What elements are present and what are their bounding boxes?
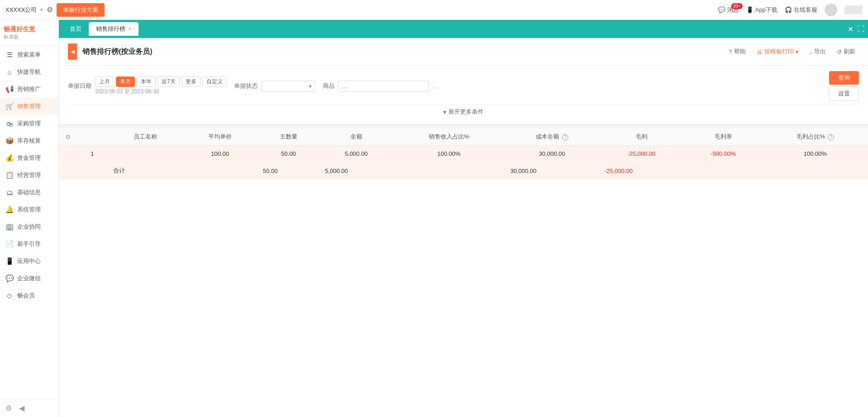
sidebar-item-label: 资金管理: [17, 154, 41, 162]
tab-bar: 首页 销售排行榜 × ✕ ⛶: [59, 20, 868, 38]
date-btn-custom[interactable]: 自定义: [202, 77, 227, 87]
print-icon: 🖨: [757, 48, 762, 55]
app-download-btn[interactable]: 📱 App下载: [746, 6, 777, 14]
company-name: XXXXX公司: [5, 6, 37, 14]
sidebar-item-marketing[interactable]: 📢 营销推广: [0, 81, 58, 98]
sidebar-item-label: 营销推广: [17, 85, 41, 93]
notification-area[interactable]: 💬 99+ 消息: [718, 6, 739, 14]
page-content: ◀ 销售排行榜(按业务员) ? 帮助 🖨 按模板打印 ▾: [59, 38, 868, 417]
sidebar-item-search[interactable]: ☰ 搜索菜单: [0, 46, 58, 63]
window-close-btn[interactable]: ✕: [848, 25, 854, 34]
sidebar-item-finance[interactable]: 💰 资金管理: [0, 149, 58, 167]
row-sales-ratio-cell: 100.00%: [393, 146, 505, 162]
date-btn-last-month[interactable]: 上月: [95, 77, 114, 87]
top-bar-right: 💬 99+ 消息 📱 App下载 🎧 在线客服: [718, 4, 863, 16]
goods-more-btn[interactable]: ...: [432, 83, 437, 90]
sidebar-item-purchase[interactable]: 🛍 采购管理: [0, 115, 58, 132]
sidebar: 畅通好生意 标准版 ☰ 搜索菜单 ⌂ 快捷导航 📢 营销推广 🛒 销售管理 🛍: [0, 20, 59, 417]
sidebar-item-enterprise[interactable]: 🏢 企业协同: [0, 218, 58, 235]
table-area: ⚙ 员工名称 平均单价 主数量 全额 销售收入占比% 成本全额 ?: [59, 128, 868, 417]
tab-close-icon[interactable]: ×: [128, 26, 131, 32]
cost-info-icon[interactable]: ?: [562, 134, 568, 140]
date-btn-more[interactable]: 更多: [182, 77, 201, 87]
sidebar-item-system[interactable]: 🔔 系统管理: [0, 201, 58, 218]
refresh-icon: ↺: [837, 48, 842, 55]
settings-icon[interactable]: ⚙: [5, 404, 12, 412]
tab-bar-right: ✕ ⛶: [848, 25, 864, 34]
settings-btn[interactable]: 设置: [829, 86, 859, 101]
sidebar-item-label: 销售管理: [17, 102, 41, 110]
sidebar-item-quick-nav[interactable]: ⌂ 快捷导航: [0, 63, 58, 81]
sidebar-item-basic[interactable]: 🗂 基础信息: [0, 184, 58, 201]
footer-cost-cell: 30,000.00: [505, 162, 599, 180]
company-dropdown-icon[interactable]: ▾: [40, 7, 43, 13]
col-avg-price-header: 平均单价: [182, 128, 257, 146]
top-gear-icon[interactable]: ⚙: [47, 5, 53, 14]
logo-sub: 标准版: [4, 34, 55, 40]
window-expand-btn[interactable]: ⛶: [857, 25, 864, 34]
expand-down-icon: ▾: [443, 109, 446, 115]
online-service-btn[interactable]: 🎧 在线客服: [785, 6, 817, 14]
sidebar-item-apps[interactable]: 📱 应用中心: [0, 253, 58, 270]
expand-more-btn[interactable]: ▾ 展开更多条件: [68, 105, 859, 119]
export-label: 导出: [814, 48, 826, 56]
table-row: 1 100.00 50.00 5,000.00 100.00% 30,000.0…: [59, 146, 868, 162]
help-btn[interactable]: ? 帮助: [725, 46, 749, 58]
sidebar-item-label: 基础信息: [17, 188, 41, 197]
tab-sales-rank[interactable]: 销售排行榜 ×: [89, 22, 139, 36]
sidebar-item-sales[interactable]: 🛒 销售管理: [0, 98, 58, 115]
date-btn-this-year[interactable]: 本年: [137, 77, 156, 87]
app-download-label: App下载: [755, 6, 777, 14]
footer-avg-price-cell: [182, 162, 257, 180]
help-icon: ?: [729, 48, 732, 55]
export-btn[interactable]: ↓ 导出: [806, 46, 830, 58]
filter-collapse-btn[interactable]: ◀: [68, 43, 77, 60]
avatar[interactable]: [825, 4, 837, 16]
notification-icon: 💬: [718, 6, 725, 13]
sidebar-item-wechat[interactable]: 💬 企业微信: [0, 270, 58, 287]
top-bar-left: XXXXX公司 ▾ ⚙ 体验行业方案: [5, 3, 105, 17]
status-label: 单据状态: [234, 82, 258, 90]
tab-sales-rank-label: 销售排行榜: [96, 25, 125, 33]
online-service-label: 在线客服: [794, 6, 817, 14]
date-btn-this-month[interactable]: 本月: [116, 77, 135, 87]
finance-icon: 💰: [5, 154, 14, 162]
goods-input[interactable]: [338, 81, 429, 92]
export-icon: ↓: [810, 48, 813, 55]
row-name-cell: [108, 146, 182, 162]
industry-btn[interactable]: 体验行业方案: [57, 3, 105, 17]
user-name-placeholder: [844, 5, 863, 14]
profit-ratio-info-icon[interactable]: ?: [828, 134, 834, 140]
footer-label-cell: 合计: [108, 162, 182, 180]
sidebar-item-guide[interactable]: 📄 新手引导: [0, 235, 58, 253]
collapse-icon[interactable]: ◀: [19, 404, 24, 412]
table-settings-icon[interactable]: ⚙: [65, 134, 71, 140]
system-icon: 🔔: [5, 206, 14, 214]
refresh-btn[interactable]: ↺ 刷新: [833, 46, 859, 58]
table-footer: 合计 50.00 5,000.00 30,000.00 -25,000.00: [59, 162, 868, 180]
date-btn-7days[interactable]: 近7天: [158, 77, 180, 87]
sidebar-item-member[interactable]: ◇ 畅会员: [0, 287, 58, 304]
filter-actions: 查询 设置: [829, 71, 859, 101]
help-label: 帮助: [734, 48, 746, 56]
footer-rank-cell: [77, 162, 108, 180]
marketing-icon: 📢: [5, 85, 14, 93]
status-select-wrapper: [261, 81, 316, 92]
status-select[interactable]: [261, 81, 316, 92]
print-dropdown-icon: ▾: [796, 48, 799, 55]
table-header-row: ⚙ 员工名称 平均单价 主数量 全额 销售收入占比% 成本全额 ?: [59, 128, 868, 146]
tab-home[interactable]: 首页: [62, 22, 89, 36]
date-label: 单据日期: [68, 82, 91, 90]
date-filter: 单据日期 上月 本月 本年 近7天 更多 自定义 20: [68, 77, 227, 96]
sidebar-item-inventory[interactable]: 📦 库存核算: [0, 132, 58, 149]
app-container: XXXXX公司 ▾ ⚙ 体验行业方案 💬 99+ 消息 📱 App下载 🎧 在线…: [0, 0, 868, 417]
template-print-btn[interactable]: 🖨 按模板打印 ▾: [753, 46, 802, 58]
sidebar-item-label: 企业微信: [17, 274, 41, 283]
sidebar-item-operations[interactable]: 📋 经营管理: [0, 167, 58, 184]
row-profit-cell: -25,000.00: [599, 146, 684, 162]
template-print-label: 按模板打印: [764, 48, 794, 56]
query-btn[interactable]: 查询: [829, 71, 859, 85]
member-icon: ◇: [5, 292, 14, 300]
footer-profit-ratio-cell: [762, 162, 868, 180]
sidebar-item-label: 企业协同: [17, 223, 41, 231]
